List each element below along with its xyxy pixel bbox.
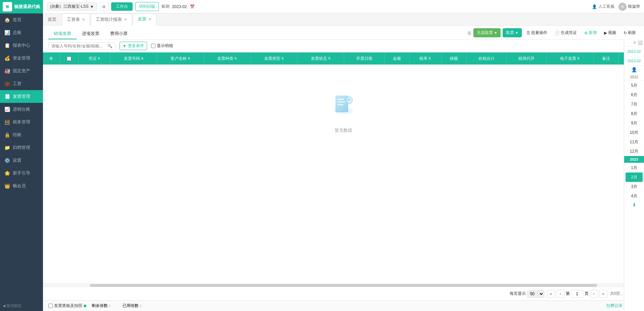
company-name: (勿删）江西服宝-LSS (50, 4, 89, 9)
app-name: 畅捷通易代账 (14, 4, 40, 10)
no-select-ticket-button[interactable]: 无选取票 ▼ (473, 28, 501, 37)
tab-salary-stats[interactable]: 工资统计报表 ✕ (91, 13, 132, 26)
th-remark[interactable]: 备注 (593, 52, 618, 65)
calendar-icon[interactable]: 📅 (190, 4, 195, 9)
sidebar-item-tax[interactable]: 🧮 税务管理 (0, 116, 43, 128)
show-detail-checkbox[interactable]: 显示明细 (151, 43, 173, 49)
sidebar-item-close[interactable]: 🔒 结账 (0, 128, 43, 141)
take-label: 取票 (506, 30, 514, 36)
video-button[interactable]: ▶ 视频 (601, 28, 619, 37)
work-station-button[interactable]: 工作台 (111, 2, 133, 11)
customer-service-button[interactable]: 👤 人工客服 (592, 4, 614, 9)
gen-voucher-button[interactable]: 📄 生成凭证 (552, 28, 580, 37)
tab-close-icon[interactable]: ✕ (124, 17, 127, 22)
switch-version-button[interactable]: 切到旧版 (135, 2, 159, 11)
month-12[interactable]: 12月 (624, 147, 644, 156)
th-amount[interactable]: 金额 (384, 52, 409, 65)
sub-tab-purchase[interactable]: 进项发票 (77, 29, 105, 39)
th-tax-code[interactable]: 税局代开 (507, 52, 547, 65)
page-size-select[interactable]: 50 20 100 (527, 290, 544, 298)
search-icon[interactable]: 🔍 (107, 44, 112, 48)
invoice-check-checkbox[interactable] (48, 304, 53, 308)
th-e-invoice[interactable]: 电子发票 ⇅ (547, 52, 593, 65)
take-ticket-button[interactable]: 取票 ▼ (503, 28, 522, 37)
month-3-2023[interactable]: 3月 (624, 182, 644, 191)
sidebar-item-archive[interactable]: 📁 归档管理 (0, 141, 43, 154)
th-tax-amount[interactable]: 价税合计 (467, 52, 507, 65)
sidebar-collapse[interactable]: ◀ 取消固定 (0, 301, 43, 311)
scrollbar-thumb[interactable] (90, 284, 597, 287)
last-page-button[interactable]: » (599, 290, 607, 298)
sidebar-item-home[interactable]: 🏠 首页 (0, 13, 43, 26)
sidebar-item-sales[interactable]: 📈 进销台账 (0, 103, 43, 116)
month-4-2023[interactable]: 4月 (624, 191, 644, 201)
tab-home[interactable]: 首页 (43, 13, 61, 26)
sidebar-item-label: 固定资产 (13, 68, 30, 74)
right-panel-expand-icon[interactable]: ⬜ (638, 40, 643, 45)
month-6[interactable]: 6月 (624, 90, 644, 100)
tab-invoice[interactable]: 发票 ✕ (133, 13, 156, 26)
month-5[interactable]: 5月 (624, 81, 644, 90)
copy-button[interactable]: ⧉ (100, 2, 108, 11)
sidebar-item-ledger[interactable]: 📊 总账 (0, 26, 43, 39)
person-icon[interactable]: 👤 (630, 66, 638, 74)
sub-tab-expense[interactable]: 费用小票 (105, 29, 133, 39)
date-header-2[interactable]: 2023.02 (624, 56, 644, 66)
sidebar-item-assets[interactable]: 🏭 固定资产 (0, 65, 43, 77)
company-selector[interactable]: (勿删）江西服宝-LSS ▼ (47, 2, 97, 11)
th-voucher[interactable]: 凭证 ⇅ (78, 52, 110, 65)
sidebar-item-invoice[interactable]: 🧾 发票管理 (0, 90, 43, 103)
th-invoice-no[interactable]: 发票号码 ⇅ (110, 52, 157, 65)
th-invoice-type[interactable]: 发票种类 ⇅ (204, 52, 250, 65)
month-9[interactable]: 9月 (624, 118, 644, 128)
sidebar-item-guide[interactable]: 🌟 新手引导 (0, 167, 43, 180)
month-11[interactable]: 11月 (624, 137, 644, 147)
horizontal-scrollbar[interactable] (43, 283, 644, 287)
detail-checkbox-input[interactable] (151, 44, 155, 48)
funds-icon: 💰 (4, 55, 10, 61)
sidebar-item-member[interactable]: 👑 畅会员 (0, 180, 43, 192)
th-open-date[interactable]: 开票日期 (344, 52, 384, 65)
search-input[interactable] (51, 44, 107, 48)
sidebar-item-label: 首页 (13, 17, 21, 23)
sidebar-item-settings[interactable]: ⚙️ 设置 (0, 154, 43, 167)
empty-text: 暂无数据 (335, 127, 352, 133)
th-customer[interactable]: 客户名称 ⇅ (157, 52, 204, 65)
month-1-2023[interactable]: 1月 (624, 163, 644, 172)
th-tax-rate[interactable]: 税率 ⇅ (409, 52, 441, 65)
sidebar-item-label: 资金管理 (13, 55, 30, 61)
date-header-1[interactable]: 2023.02 (624, 47, 644, 56)
right-panel-close-icon[interactable]: ✕ (633, 40, 636, 45)
fee-record-link[interactable]: 扣费记录 (606, 303, 623, 309)
th-settings[interactable]: ⚙ (43, 52, 60, 65)
sidebar-item-funds[interactable]: 💰 资金管理 (0, 52, 43, 65)
tab-close-icon[interactable]: ✕ (148, 17, 151, 22)
new-button[interactable]: ⊕ 新增 (582, 28, 599, 37)
select-all-checkbox[interactable] (67, 56, 71, 61)
tab-salary-table[interactable]: 工资表 ✕ (62, 13, 90, 26)
month-8[interactable]: 8月 (624, 109, 644, 118)
sidebar-item-reports[interactable]: 📋 报表中心 (0, 39, 43, 52)
more-conditions-button[interactable]: ▼ 更多条件 (120, 42, 147, 50)
refresh-button[interactable]: ↻ 刷新 (621, 28, 639, 37)
scroll-down-icon[interactable]: ⬇ (630, 201, 638, 209)
month-10[interactable]: 10月 (624, 128, 644, 137)
th-tax[interactable]: 税额 (441, 52, 466, 65)
month-2-2023[interactable]: 2月 (626, 172, 643, 182)
th-invoice-status[interactable]: 发票状态 ⇅ (297, 52, 344, 65)
batch-ops-button[interactable]: ☰ 批量操作 (524, 28, 550, 37)
sub-tab-sales[interactable]: 销项发票 (48, 29, 77, 39)
invoice-page: 销项发票 进项发票 费用小票 ⊞ 无选取票 ▼ 取票 ▼ (43, 26, 644, 311)
prev-page-button[interactable]: ‹ (556, 290, 564, 298)
user-info[interactable]: 徐 徐溢华 (618, 3, 640, 11)
page-number-input[interactable] (571, 290, 583, 298)
tab-close-icon[interactable]: ✕ (82, 17, 85, 22)
th-invoice-category[interactable]: 发票类型 ⇅ (250, 52, 297, 65)
grid-view-icon[interactable]: ⊞ (467, 30, 471, 36)
first-page-button[interactable]: « (547, 290, 555, 298)
next-page-button[interactable]: › (590, 290, 598, 298)
guide-icon: 🌟 (4, 170, 10, 176)
th-checkbox[interactable] (60, 52, 78, 65)
month-7[interactable]: 7月 (624, 100, 644, 109)
sidebar-item-salary[interactable]: 💼 工资 (0, 77, 43, 90)
